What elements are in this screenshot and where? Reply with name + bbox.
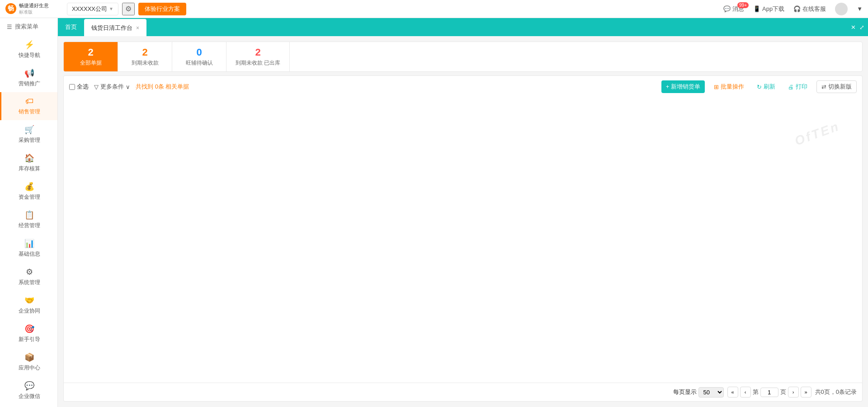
basics-icon: 📊 bbox=[24, 239, 34, 248]
sidebar-label-guide: 新手引导 bbox=[19, 336, 40, 343]
collapse-icon[interactable]: ✕ bbox=[851, 24, 856, 31]
refresh-label: 刷新 bbox=[764, 83, 775, 91]
app-download-button[interactable]: 📱 App下载 bbox=[753, 5, 784, 13]
stat-label-pending: 旺辅待确认 bbox=[181, 59, 217, 67]
tab-home[interactable]: 首页 bbox=[58, 18, 84, 36]
quick-nav-icon: ⚡ bbox=[24, 40, 34, 50]
sidebar-item-basics[interactable]: 📊 基础信息 bbox=[0, 234, 57, 262]
stats-tabs: 2 全部单据 2 到期未收款 0 旺辅待确认 2 到期未收款 已出库 bbox=[63, 42, 863, 72]
sidebar-item-enterprise[interactable]: 🤝 企业协同 bbox=[0, 291, 57, 319]
table-area bbox=[63, 98, 863, 383]
total-info: 共0页，0条记录 bbox=[815, 388, 857, 396]
filter-chevron-icon: ∨ bbox=[126, 84, 130, 90]
batch-operations-button[interactable]: ⊞ 批量操作 bbox=[710, 81, 748, 93]
sidebar-item-vip[interactable]: V 畅会员 bbox=[0, 405, 57, 407]
main-layout: ☰ 搜索菜单 ⚡ 快捷导航 📢 营销推广 🏷 销售管理 🛒 采购管理 🏠 库存核… bbox=[0, 18, 868, 407]
company-name: XXXXXX公司 bbox=[72, 5, 107, 13]
company-selector[interactable]: XXXXXX公司 ▼ bbox=[67, 3, 118, 15]
page-suffix: 页 bbox=[780, 388, 786, 396]
sidebar-label-finance: 资金管理 bbox=[19, 193, 40, 201]
sidebar-item-purchase[interactable]: 🛒 采购管理 bbox=[0, 120, 57, 149]
select-all-input[interactable] bbox=[69, 84, 75, 90]
per-page-label: 每页显示 bbox=[673, 388, 697, 396]
found-prefix: 共找到 bbox=[136, 83, 153, 90]
sidebar-item-search[interactable]: ☰ 搜索菜单 bbox=[0, 18, 57, 35]
page-number-input[interactable] bbox=[760, 388, 778, 397]
guide-icon: 🎯 bbox=[24, 324, 34, 334]
print-icon: 🖨 bbox=[788, 84, 794, 90]
sidebar-item-quick-nav[interactable]: ⚡ 快捷导航 bbox=[0, 35, 57, 64]
chevron-down-icon-user: ▼ bbox=[857, 5, 863, 12]
sidebar-item-apps[interactable]: 📦 应用中心 bbox=[0, 348, 57, 376]
print-button[interactable]: 🖨 打印 bbox=[784, 81, 811, 93]
finance-icon: 💰 bbox=[24, 182, 34, 192]
sidebar-item-marketing[interactable]: 📢 营销推广 bbox=[0, 64, 57, 92]
switch-version-button[interactable]: ⇄ 切换新版 bbox=[816, 80, 857, 93]
system-icon: ⚙ bbox=[26, 267, 33, 277]
wechat-icon: 💬 bbox=[24, 381, 34, 391]
stat-tab-overdue[interactable]: 2 到期未收款 bbox=[118, 42, 172, 71]
select-all-label: 全选 bbox=[77, 83, 89, 91]
found-unit: 条 bbox=[158, 83, 164, 90]
download-icon: 📱 bbox=[753, 5, 760, 12]
add-sale-order-button[interactable]: + 新增销货单 bbox=[661, 80, 705, 93]
tab-current[interactable]: 钱货日清工作台 × bbox=[84, 19, 146, 37]
sidebar-label-purchase: 采购管理 bbox=[19, 136, 40, 144]
sidebar-label-apps: 应用中心 bbox=[19, 364, 40, 372]
sidebar-label-enterprise: 企业协同 bbox=[19, 307, 40, 315]
sidebar-item-system[interactable]: ⚙ 系统管理 bbox=[0, 262, 57, 291]
stat-count-overdue-out: 2 bbox=[236, 47, 280, 58]
print-label: 打印 bbox=[796, 83, 807, 91]
content-area: 首页 钱货日清工作台 × ✕ ⤢ 2 全部单据 2 到期未收款 bbox=[58, 18, 868, 407]
filter-button[interactable]: ▽ 更多条件 ∨ bbox=[94, 83, 130, 91]
sidebar-label-quick-nav: 快捷导航 bbox=[19, 51, 40, 59]
app-name: 畅捷通好生意 bbox=[19, 2, 49, 9]
prev-page-button[interactable]: ‹ bbox=[740, 387, 751, 398]
tab-bar: 首页 钱货日清工作台 × ✕ ⤢ bbox=[58, 18, 868, 36]
first-page-button[interactable]: « bbox=[727, 387, 738, 398]
select-all-checkbox[interactable]: 全选 bbox=[69, 83, 89, 91]
stat-tab-overdue-out[interactable]: 2 到期未收款 已出库 bbox=[226, 42, 290, 71]
sidebar-item-finance[interactable]: 💰 资金管理 bbox=[0, 177, 57, 206]
per-page-select[interactable]: 50 100 200 bbox=[698, 387, 724, 398]
service-icon: 🎧 bbox=[793, 5, 801, 12]
page-label: 第 bbox=[753, 388, 759, 396]
stat-tab-pending[interactable]: 0 旺辅待确认 bbox=[172, 42, 226, 71]
expand-icon[interactable]: ⤢ bbox=[859, 24, 864, 31]
sidebar-item-inventory[interactable]: 🏠 库存核算 bbox=[0, 149, 57, 177]
switch-label: 切换新版 bbox=[828, 83, 852, 91]
toolbar-right: + 新增销货单 ⊞ 批量操作 ↻ 刷新 🖨 打印 ⇄ bbox=[661, 80, 857, 93]
stat-tab-all[interactable]: 2 全部单据 bbox=[64, 42, 118, 71]
sidebar-item-sales[interactable]: 🏷 销售管理 bbox=[0, 92, 57, 120]
search-icon: ☰ bbox=[7, 23, 12, 30]
inventory-icon: 🏠 bbox=[24, 153, 34, 163]
found-text: 共找到 0条 相关单据 bbox=[136, 83, 189, 91]
app-download-label: App下载 bbox=[762, 5, 784, 13]
tab-bar-right: ✕ ⤢ bbox=[851, 24, 868, 31]
user-avatar[interactable] bbox=[835, 3, 848, 15]
sidebar-label-system: 系统管理 bbox=[19, 279, 40, 286]
app-version: 标准版 bbox=[19, 9, 49, 15]
refresh-button[interactable]: ↻ 刷新 bbox=[753, 81, 779, 93]
message-button[interactable]: 💬 消息 99+ bbox=[723, 5, 744, 13]
sidebar-item-operations[interactable]: 📋 经营管理 bbox=[0, 206, 57, 234]
trial-button[interactable]: 体验行业方案 bbox=[138, 3, 186, 15]
sales-icon: 🏷 bbox=[25, 97, 33, 106]
sidebar-item-guide[interactable]: 🎯 新手引导 bbox=[0, 319, 57, 348]
next-page-button[interactable]: › bbox=[788, 387, 799, 398]
tab-close-button[interactable]: × bbox=[136, 25, 139, 31]
stat-count-overdue: 2 bbox=[127, 47, 163, 58]
user-name[interactable]: ▼ bbox=[857, 5, 863, 12]
settings-button[interactable]: ⚙ bbox=[122, 3, 135, 15]
stat-count-all: 2 bbox=[73, 47, 108, 58]
sidebar-label-marketing: 营销推广 bbox=[19, 80, 40, 88]
operations-icon: 📋 bbox=[24, 210, 34, 220]
online-service-button[interactable]: 🎧 在线客服 bbox=[793, 5, 826, 13]
last-page-button[interactable]: » bbox=[801, 387, 811, 398]
page-size-selector: 每页显示 50 100 200 bbox=[673, 387, 724, 398]
found-count: 0 bbox=[155, 83, 158, 90]
purchase-icon: 🛒 bbox=[24, 125, 34, 135]
sidebar-item-wechat[interactable]: 💬 企业微信 bbox=[0, 376, 57, 405]
toolbar-left: 全选 ▽ 更多条件 ∨ 共找到 0条 相关单据 bbox=[69, 83, 189, 91]
refresh-icon: ↻ bbox=[757, 84, 762, 90]
